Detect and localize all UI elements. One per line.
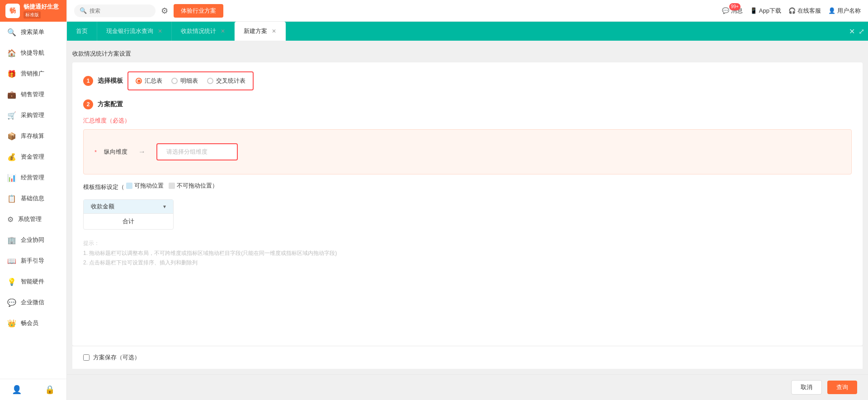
- member-icon: 👑: [7, 319, 16, 328]
- tab-bank-flow[interactable]: 现金银行流水查询 ✕: [97, 22, 172, 41]
- sidebar-item-label: 搜索菜单: [21, 28, 44, 36]
- metrics-header-label: 收款金额: [91, 202, 114, 211]
- smart-hw-icon: 💡: [7, 278, 16, 286]
- dimension-row: * 纵向维度 → 请选择分组维度: [94, 143, 238, 160]
- radio-detail[interactable]: 明细表: [171, 77, 198, 85]
- dimension-label: 汇总维度（必选）: [83, 117, 130, 124]
- sidebar-item-label: 企业协同: [21, 236, 44, 244]
- trial-button[interactable]: 体验行业方案: [174, 4, 223, 18]
- tab-expand-icon[interactable]: ⤢: [859, 27, 864, 36]
- sidebar-footer: 👤 🔒: [0, 379, 66, 400]
- sidebar-footer-left[interactable]: 👤: [8, 383, 25, 396]
- dim-select-box[interactable]: 请选择分组维度: [156, 143, 238, 160]
- enterprise-icon: 🏢: [7, 236, 16, 245]
- radio-cross[interactable]: 交叉统计表: [207, 77, 245, 85]
- dimension-area: * 纵向维度 → 请选择分组维度: [83, 129, 852, 174]
- tab-payment-stat-close[interactable]: ✕: [221, 28, 225, 34]
- settings-icon[interactable]: ⚙: [161, 6, 168, 16]
- service-icon: 🎧: [788, 7, 796, 14]
- tip-item-1: 1. 拖动标题栏可以调整布局，不可跨维度或指标区域拖动栏目字段(只能在同一维度或…: [83, 249, 852, 259]
- sidebar-item-purchase[interactable]: 🛒 采购管理: [0, 105, 66, 126]
- message-badge: 99+: [729, 3, 741, 10]
- tips-section: 提示： 1. 拖动标题栏可以调整布局，不可跨维度或指标区域拖动栏目字段(只能在同…: [83, 239, 852, 268]
- user-button[interactable]: 👤 用户名称: [828, 7, 861, 15]
- search-input[interactable]: [90, 8, 144, 14]
- sidebar-item-label: 资金管理: [21, 153, 44, 161]
- fixed-legend-icon: [169, 183, 175, 189]
- radio-cross-label: 交叉统计表: [216, 77, 245, 85]
- topbar: 🔍 ⚙ 体验行业方案 💬 消息 99+ 📱 App下载 🎧 在线客服 👤 用户名…: [67, 0, 868, 22]
- sidebar-item-label: 企业微信: [21, 298, 44, 306]
- save-checkbox[interactable]: [83, 354, 90, 361]
- quick-nav-icon: 🏠: [7, 49, 16, 57]
- sidebar-nav: 🔍 搜索菜单 🏠 快捷导航 🎁 营销推广 💼 销售管理 🛒 采购管理 📦 库存核…: [0, 22, 66, 379]
- radio-summary-label: 汇总表: [145, 77, 162, 85]
- sidebar-logo: 畅 畅捷通好生意 标准版: [0, 0, 66, 22]
- metrics-table-row: 合计: [84, 214, 173, 229]
- sidebar-item-guide[interactable]: 📖 新手引导: [0, 250, 66, 271]
- sidebar-item-quick-nav[interactable]: 🏠 快捷导航: [0, 42, 66, 63]
- sidebar-item-system[interactable]: ⚙ 系统管理: [0, 209, 66, 230]
- tab-bank-flow-close[interactable]: ✕: [158, 28, 162, 34]
- movable-legend-icon: [126, 183, 132, 189]
- form-card: 1 选择模板 汇总表 明细表 交叉统计表: [72, 62, 863, 346]
- sidebar-item-marketing[interactable]: 🎁 营销推广: [0, 63, 66, 84]
- tab-payment-stat-label: 收款情况统计: [181, 27, 216, 35]
- sidebar-item-smart-hw[interactable]: 💡 智能硬件: [0, 271, 66, 292]
- query-button[interactable]: 查询: [827, 381, 857, 394]
- sidebar-item-finance[interactable]: 💰 资金管理: [0, 146, 66, 167]
- cancel-button[interactable]: 取消: [791, 380, 822, 395]
- sidebar-item-enterprise[interactable]: 🏢 企业协同: [0, 230, 66, 250]
- sidebar-item-label: 系统管理: [18, 215, 42, 223]
- step2-section: 2 方案配置 汇总维度（必选） * 纵向维度 → 请选择分组维度: [83, 99, 852, 268]
- message-icon: 💬: [722, 7, 729, 14]
- sidebar: 畅 畅捷通好生意 标准版 🔍 搜索菜单 🏠 快捷导航 🎁 营销推广 💼 销售管理…: [0, 0, 67, 400]
- tab-payment-stat[interactable]: 收款情况统计 ✕: [172, 22, 235, 41]
- service-button[interactable]: 🎧 在线客服: [788, 7, 821, 15]
- service-label: 在线客服: [797, 7, 821, 15]
- tab-bank-flow-label: 现金银行流水查询: [106, 27, 153, 35]
- radio-summary-circle: [136, 78, 142, 84]
- sidebar-item-label: 营销推广: [21, 70, 44, 78]
- sidebar-item-basic-info[interactable]: 📋 基础信息: [0, 188, 66, 209]
- metrics-section: 模板指标设定（ 可拖动位置 不可拖动位置）: [83, 182, 852, 230]
- sidebar-item-inventory[interactable]: 📦 库存核算: [0, 126, 66, 146]
- step2-title: 方案配置: [98, 100, 123, 108]
- step1-badge: 1: [83, 76, 93, 86]
- sidebar-item-search-menu[interactable]: 🔍 搜索菜单: [0, 22, 66, 42]
- search-menu-icon: 🔍: [7, 28, 16, 37]
- tab-home[interactable]: 首页: [67, 22, 97, 41]
- page-title: 收款情况统计方案设置: [72, 46, 863, 62]
- radio-summary[interactable]: 汇总表: [136, 77, 162, 85]
- sidebar-item-wechat[interactable]: 💬 企业微信: [0, 292, 66, 313]
- logo-edition: 标准版: [24, 11, 41, 19]
- metrics-header-text: 模板指标设定（ 可拖动位置 不可拖动位置）: [83, 184, 218, 190]
- step2-header: 2 方案配置: [83, 99, 852, 109]
- content-area: 收款情况统计方案设置 1 选择模板 汇总表 明细表: [67, 41, 868, 374]
- dimension-subtitle: 汇总维度（必选）: [83, 117, 852, 125]
- metrics-movable-label: 可拖动位置: [134, 182, 164, 190]
- sidebar-item-member[interactable]: 👑 畅会员: [0, 313, 66, 334]
- metrics-row-label: 合计: [123, 218, 134, 225]
- footer-save-area: 方案保存（可选）: [72, 346, 863, 369]
- download-button[interactable]: 📱 App下载: [750, 7, 781, 15]
- tab-new-plan-close[interactable]: ✕: [272, 28, 276, 34]
- sidebar-item-label: 经营管理: [21, 174, 44, 182]
- tab-new-plan[interactable]: 新建方案 ✕: [235, 22, 286, 41]
- sidebar-footer-right[interactable]: 🔒: [41, 383, 58, 396]
- sidebar-item-label: 销售管理: [21, 90, 44, 99]
- message-button[interactable]: 💬 消息 99+: [722, 7, 743, 15]
- metrics-chevron-icon[interactable]: ▾: [163, 203, 166, 210]
- metrics-table: 收款金额 ▾ 合计: [83, 199, 174, 230]
- logo-text-block: 畅捷通好生意 标准版: [24, 3, 59, 19]
- tab-close-icon[interactable]: ✕: [849, 27, 855, 36]
- action-buttons: 取消 查询: [67, 374, 868, 400]
- basic-info-icon: 📋: [7, 194, 16, 203]
- search-box[interactable]: 🔍: [74, 5, 156, 17]
- sidebar-item-operations[interactable]: 📊 经营管理: [0, 167, 66, 188]
- sidebar-item-label: 基础信息: [21, 194, 44, 202]
- sidebar-item-sales[interactable]: 💼 销售管理: [0, 84, 66, 105]
- save-label: 方案保存（可选）: [93, 353, 140, 362]
- radio-cross-circle: [207, 78, 213, 84]
- operations-icon: 📊: [7, 174, 16, 182]
